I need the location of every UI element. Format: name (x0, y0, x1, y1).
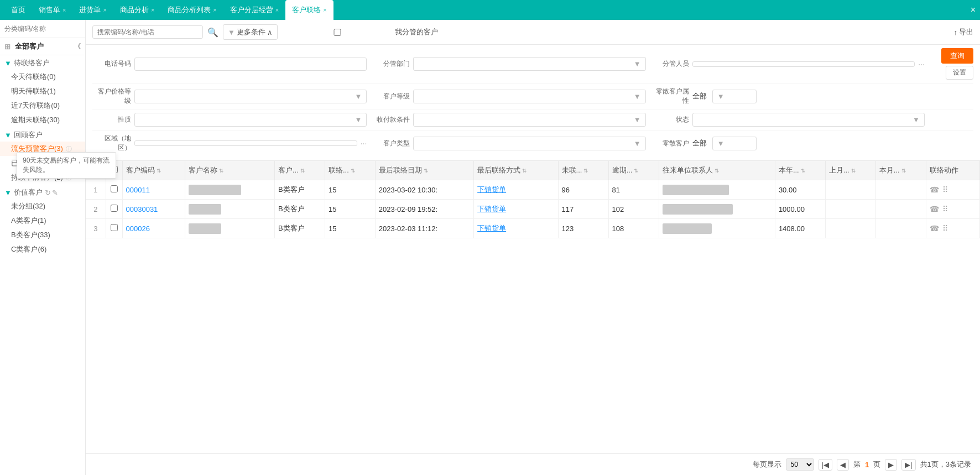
table-row: 3 000026 ██ B类客户 15 2023-02-03 11:12: 下销… (86, 219, 980, 238)
close-sales-tab[interactable]: × (62, 0, 66, 20)
action-contact-icon-1[interactable]: ☎ (930, 205, 939, 213)
row-checkbox-1[interactable] (111, 205, 118, 212)
cell-num-2: 3 (86, 219, 106, 238)
th-this-year[interactable]: 本年... ⇅ (775, 161, 825, 180)
nav-tab-customer-tier[interactable]: 客户分层经营 × (223, 0, 285, 20)
action-contact-icon-0[interactable]: ☎ (930, 185, 939, 194)
person-more-btn[interactable]: ··· (918, 60, 925, 69)
value-edit-icon[interactable]: ✎ (52, 189, 58, 197)
sidebar-item-a-class[interactable]: A类客户(1) (0, 213, 85, 228)
th-contact[interactable]: 联络... ⇅ (325, 161, 375, 180)
more-filters-btn[interactable]: ▼ 更多条件 ∧ (223, 24, 278, 40)
next-page-btn[interactable]: ▶ (885, 459, 897, 471)
close-window-btn[interactable]: × (971, 5, 976, 15)
first-page-btn[interactable]: |◀ (819, 459, 832, 471)
group-review[interactable]: ▼ 回顾客户 (0, 127, 85, 142)
nav-tab-purchase[interactable]: 进货单 × (72, 0, 113, 20)
cell-this-month-2 (875, 219, 926, 238)
retail-customer-select[interactable]: ▼ (712, 137, 757, 150)
category-search-input[interactable] (4, 25, 86, 33)
search-input[interactable] (92, 25, 203, 39)
cell-last-method-2[interactable]: 下销货单 (474, 219, 558, 238)
arrow-pending: ▼ (4, 59, 12, 67)
close-analysis-list-tab[interactable]: × (213, 0, 216, 20)
dept-select[interactable]: ▼ (413, 57, 645, 71)
sidebar-item-c-class[interactable]: C类客户(6) (0, 242, 85, 257)
region-select[interactable] (134, 140, 357, 146)
person-label: 分管人员 (650, 59, 689, 69)
action-more-icon-1[interactable]: ⠿ (942, 205, 948, 213)
filter-cell-dept: 分管部门 ▼ (371, 57, 645, 71)
th-overdue[interactable]: 逾期... ⇅ (608, 161, 659, 180)
person-select[interactable] (692, 61, 915, 67)
th-not-contact[interactable]: 未联... ⇅ (558, 161, 608, 180)
customer-type-select[interactable]: ▼ (413, 137, 645, 150)
sidebar-item-overdue[interactable]: 逾期未联络(30) (0, 113, 85, 127)
nav-home[interactable]: 首页 (4, 0, 32, 20)
cell-last-method-1[interactable]: 下销货单 (474, 200, 558, 219)
page-label: 页 (873, 460, 880, 469)
sidebar-item-week[interactable]: 近7天待联络(0) (0, 98, 85, 113)
status-select[interactable]: ▼ (692, 113, 925, 127)
cell-last-month-1 (825, 200, 875, 219)
sidebar-item-tomorrow[interactable]: 明天待联络(1) (0, 84, 85, 98)
th-code[interactable]: 客户编码 ⇅ (122, 161, 185, 180)
payment-select[interactable]: ▼ (413, 113, 645, 127)
query-button[interactable]: 查询 (941, 48, 973, 64)
action-more-icon-2[interactable]: ⠿ (942, 224, 948, 233)
my-customers-checkbox[interactable] (282, 29, 393, 36)
all-customers-header[interactable]: ⊞ 全部客户 《 (0, 38, 85, 55)
cell-this-month-0 (875, 180, 926, 200)
th-unit-contact[interactable]: 往来单位联系人 ⇅ (659, 161, 775, 180)
th-last-date[interactable]: 最后联络日期 ⇅ (375, 161, 473, 180)
nav-tab-sales[interactable]: 销售单 × (32, 0, 72, 20)
sidebar-item-unclassified[interactable]: 未分组(32) (0, 199, 85, 213)
close-customer-contact-tab[interactable]: × (323, 0, 326, 20)
cell-code-1[interactable]: 00030031 (122, 200, 185, 219)
row-checkbox-0[interactable] (111, 185, 118, 192)
action-more-icon-0[interactable]: ⠿ (942, 185, 948, 194)
search-button[interactable]: 🔍 (207, 27, 218, 38)
th-last-method[interactable]: 最后联络方式 ⇅ (474, 161, 558, 180)
my-customers-checkbox-label[interactable]: 我分管的客户 (282, 27, 438, 37)
per-page-select[interactable]: 50 100 200 (786, 458, 814, 471)
action-contact-icon-2[interactable]: ☎ (930, 224, 939, 233)
th-level[interactable]: 客户... ⇅ (274, 161, 325, 180)
filter-row-2: 客户价格等级 ▼ 客户等级 ▼ 零散客户属性 全部 (92, 83, 973, 109)
sidebar-item-b-class[interactable]: B类客户(33) (0, 228, 85, 242)
close-analysis-tab[interactable]: × (151, 0, 154, 20)
prev-page-btn[interactable]: ◀ (837, 459, 849, 471)
phone-input[interactable] (134, 58, 367, 71)
last-page-btn[interactable]: ▶| (901, 459, 915, 471)
th-name[interactable]: 客户名称 ⇅ (185, 161, 275, 180)
th-this-month[interactable]: 本月... ⇅ (875, 161, 926, 180)
row-checkbox-2[interactable] (111, 224, 118, 231)
cell-last-method-0[interactable]: 下销货单 (474, 180, 558, 200)
sidebar: 🔍 ⊞ 全部客户 《 ▼ 待联络客户 今天待联络(0) 明天待联络(1) 近7天… (0, 20, 86, 475)
price-level-select[interactable]: ▼ (134, 90, 367, 103)
customer-level-select[interactable]: ▼ (413, 90, 645, 103)
cell-action-1: ☎ ⠿ (926, 200, 979, 219)
table-row: 1 000011 ██████ B类客户 15 2023-03-02 10:30… (86, 180, 980, 200)
filter-cell-customer-level: 客户等级 ▼ (371, 90, 645, 103)
region-more-btn[interactable]: ··· (361, 139, 367, 148)
group-pending[interactable]: ▼ 待联络客户 (0, 55, 85, 70)
gender-select[interactable]: ▼ (134, 113, 367, 127)
close-customer-tier-tab[interactable]: × (275, 0, 279, 20)
group-value[interactable]: ▼ 价值客户 ↻ ✎ (0, 185, 85, 199)
settings-button[interactable]: 设置 (946, 66, 973, 80)
filter-cell-person: 分管人员 ··· (650, 59, 925, 69)
value-refresh-icon[interactable]: ↻ (45, 189, 51, 197)
collapse-sidebar-icon[interactable]: 《 (74, 42, 81, 51)
export-btn[interactable]: ↑ 导出 (954, 27, 974, 37)
nav-tab-analysis[interactable]: 商品分析 × (113, 0, 161, 20)
cell-code-2[interactable]: 000026 (122, 219, 185, 238)
retail-attr-value: 全部 (692, 91, 707, 101)
retail-attr-select[interactable]: ▼ (712, 90, 757, 103)
close-purchase-tab[interactable]: × (103, 0, 106, 20)
nav-tab-customer-contact[interactable]: 客户联络 × (285, 0, 333, 20)
th-last-month[interactable]: 上月... ⇅ (825, 161, 875, 180)
nav-tab-analysis-list[interactable]: 商品分析列表 × (161, 0, 223, 20)
cell-code-0[interactable]: 000011 (122, 180, 185, 200)
sidebar-item-today[interactable]: 今天待联络(0) (0, 70, 85, 84)
